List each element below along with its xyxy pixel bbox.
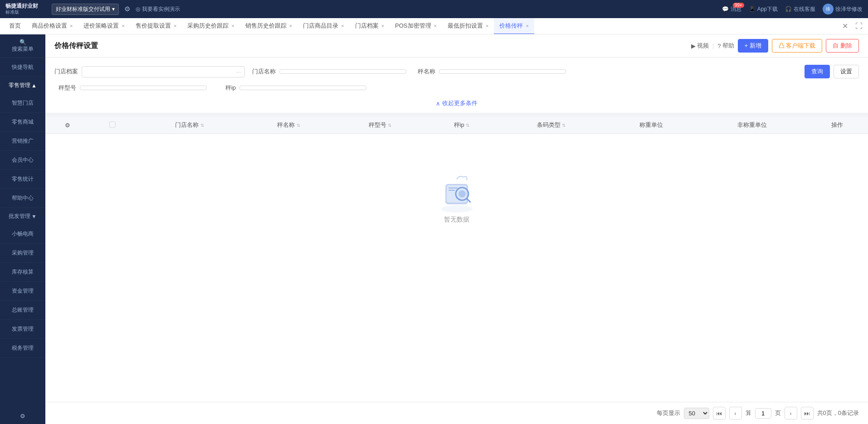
- tab-sale-history-label: 销售历史价跟踪: [245, 22, 287, 30]
- demo-icon: ◎: [136, 6, 140, 12]
- tab-store-catalog-label: 门店商品目录: [303, 22, 338, 30]
- sidebar-search[interactable]: 🔍 搜索菜单: [0, 34, 45, 58]
- tab-price-settings[interactable]: 商品价格设置 ×: [26, 18, 78, 34]
- sidebar-item-help-center[interactable]: 帮助中心: [0, 189, 45, 208]
- scale-name-input[interactable]: [439, 69, 566, 74]
- page-suffix: 页: [775, 409, 781, 417]
- tab-min-discount[interactable]: 最低折扣设置 ×: [442, 18, 494, 34]
- tab-pos-management[interactable]: POS加密管理 ×: [390, 18, 442, 34]
- settings-set-button[interactable]: 设置: [834, 65, 859, 78]
- tab-pos-management-close[interactable]: ×: [434, 23, 437, 29]
- sidebar-inventory-label: 库存核算: [12, 269, 34, 275]
- per-page-select[interactable]: 50 10 20 100: [684, 408, 709, 419]
- tab-sale-history[interactable]: 销售历史价跟踪 ×: [240, 18, 297, 34]
- sidebar-xiaochangec-label: 小畅电商: [12, 231, 34, 237]
- collapse-label: 收起更多条件: [442, 99, 478, 107]
- col-checkbox[interactable]: [89, 116, 136, 134]
- tab-store-profile-close[interactable]: ×: [381, 23, 384, 29]
- tab-price-transmit[interactable]: 价格传秤 ×: [494, 18, 534, 34]
- tab-price-transmit-close[interactable]: ×: [526, 23, 528, 29]
- tab-purchase-history[interactable]: 采购历史价跟踪 ×: [182, 18, 239, 34]
- settings-icon[interactable]: ⚙: [124, 5, 130, 13]
- sidebar-item-tax[interactable]: 税务管理: [0, 339, 45, 358]
- sidebar-item-wholesale-mgmt[interactable]: 批发管理 ▼: [0, 208, 45, 225]
- col-settings[interactable]: ⚙: [45, 116, 89, 134]
- last-page-button[interactable]: ⏭: [801, 407, 814, 419]
- tab-store-profile[interactable]: 门店档案 ×: [350, 18, 390, 34]
- sidebar-item-retail-stats[interactable]: 零售统计: [0, 170, 45, 189]
- sidebar-ledger-label: 总账管理: [12, 307, 34, 313]
- tab-min-discount-close[interactable]: ×: [486, 23, 488, 29]
- collapse-button[interactable]: ∧ 收起更多条件: [54, 97, 859, 109]
- settings-set-button-label: 设置: [840, 67, 852, 76]
- sidebar-item-member-center[interactable]: 会员中心: [0, 151, 45, 170]
- tab-sale-extract-close[interactable]: ×: [174, 23, 176, 29]
- sidebar-item-marketing[interactable]: 营销推广: [0, 132, 45, 151]
- sidebar-item-ledger[interactable]: 总账管理: [0, 301, 45, 320]
- sidebar-item-smart-store[interactable]: 智慧门店: [0, 94, 45, 113]
- page-number-input[interactable]: [755, 408, 771, 419]
- select-all-checkbox[interactable]: [109, 121, 116, 128]
- tab-sale-extract[interactable]: 售价提取设置 ×: [130, 18, 182, 34]
- empty-text: 暂无数据: [444, 216, 469, 224]
- sidebar-item-xiaochangec[interactable]: 小畅电商: [0, 225, 45, 244]
- sidebar-smart-store-label: 智慧门店: [12, 100, 34, 106]
- sidebar-item-retail-mgmt[interactable]: 零售管理 ▲: [0, 77, 45, 94]
- scale-ip-input[interactable]: [239, 86, 366, 90]
- next-page-button[interactable]: ›: [785, 407, 797, 419]
- tab-sale-history-close[interactable]: ×: [289, 23, 292, 29]
- tab-home[interactable]: 首页: [4, 18, 26, 34]
- sidebar-item-finance[interactable]: 资金管理: [0, 282, 45, 301]
- add-button[interactable]: + 新增: [738, 39, 768, 53]
- ellipsis-icon[interactable]: ···: [236, 68, 241, 75]
- store-name-input[interactable]: [279, 69, 406, 74]
- first-page-button[interactable]: ⏮: [713, 407, 726, 419]
- sidebar-item-retail-mall[interactable]: 零售商城: [0, 113, 45, 132]
- help-link[interactable]: ? 帮助: [717, 42, 734, 50]
- tab-expand-icon[interactable]: ⛶: [853, 22, 864, 30]
- tab-price-settings-label: 商品价格设置: [32, 22, 67, 30]
- delete-button[interactable]: 自 删除: [826, 39, 859, 53]
- tab-store-catalog-close[interactable]: ×: [341, 23, 344, 29]
- sidebar-settings-button[interactable]: ⚙: [0, 408, 45, 424]
- col-store-name: 门店名称 ⇅: [136, 116, 243, 134]
- add-button-label: + 新增: [745, 42, 761, 50]
- query-button[interactable]: 查询: [805, 65, 830, 78]
- sidebar-retail-mall-label: 零售商城: [12, 119, 34, 125]
- sort-scale-model[interactable]: ⇅: [388, 123, 391, 128]
- sidebar-help-center-label: 帮助中心: [12, 195, 34, 201]
- tab-store-catalog[interactable]: 门店商品目录 ×: [297, 18, 349, 34]
- video-link[interactable]: ▶ 视频: [691, 42, 709, 50]
- prev-page-button[interactable]: ‹: [729, 407, 742, 419]
- version-dropdown[interactable]: 好业财标准版交付试用 ▾: [52, 4, 119, 15]
- sort-scale-name[interactable]: ⇅: [297, 123, 300, 128]
- query-button-label: 查询: [811, 67, 823, 76]
- sidebar-item-inventory[interactable]: 库存核算: [0, 263, 45, 282]
- user-menu[interactable]: 徐 徐泽华修改: [823, 4, 863, 14]
- download-button[interactable]: 凸 客户端下载: [772, 39, 823, 53]
- sort-barcode-type[interactable]: ⇅: [562, 123, 566, 128]
- col-non-weight-unit: 非称重单位: [698, 116, 807, 134]
- store-profile-input[interactable]: ···: [82, 66, 245, 77]
- filter-scale-ip: 秤ip: [214, 84, 366, 92]
- delete-button-label: 自 删除: [833, 42, 852, 50]
- tab-purchase-strategy-close[interactable]: ×: [122, 23, 124, 29]
- sidebar-quick-nav[interactable]: 快捷导航: [0, 58, 45, 77]
- scale-model-input[interactable]: [80, 86, 207, 90]
- tab-price-settings-close[interactable]: ×: [70, 23, 73, 29]
- sort-scale-ip[interactable]: ⇅: [466, 123, 469, 128]
- sort-store-name[interactable]: ⇅: [200, 123, 204, 128]
- tab-purchase-history-close[interactable]: ×: [231, 23, 234, 29]
- tab-purchase-strategy[interactable]: 进价策略设置 ×: [78, 18, 130, 34]
- demo-link[interactable]: ◎ 我要看实例演示: [136, 5, 180, 13]
- demo-text: 我要看实例演示: [142, 5, 180, 13]
- sidebar-item-purchase-mgmt[interactable]: 采购管理: [0, 244, 45, 263]
- app-icon: 📱: [749, 6, 756, 12]
- message-button[interactable]: 💬 消息 99+: [722, 5, 741, 13]
- tab-close-all-icon[interactable]: ✕: [840, 22, 850, 30]
- total-info: 共0页，0条记录: [817, 409, 859, 417]
- app-download-button[interactable]: 📱 App下载: [749, 5, 778, 13]
- sidebar-item-invoice[interactable]: 发票管理: [0, 320, 45, 339]
- search-icon: 🔍: [20, 39, 26, 45]
- online-service-button[interactable]: 🎧 在线客服: [785, 5, 815, 13]
